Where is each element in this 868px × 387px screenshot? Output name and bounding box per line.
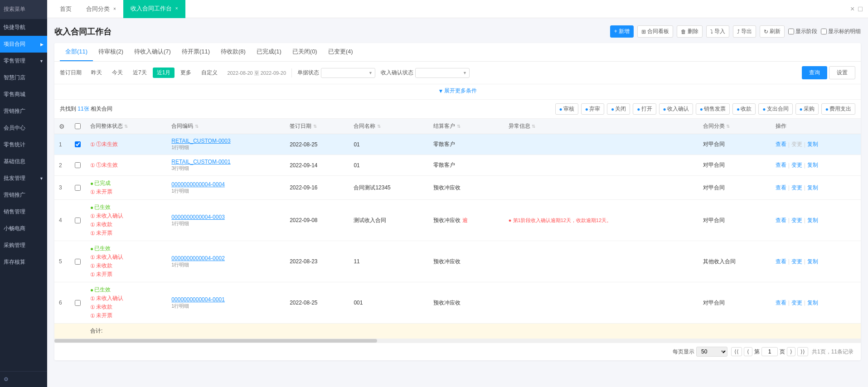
contract-board-button[interactable]: ⊞ 合同看板 bbox=[637, 25, 673, 38]
setting-button[interactable]: 设置 bbox=[829, 66, 855, 79]
code-link-2[interactable]: RETAIL_CUSTOM-0001 bbox=[171, 159, 230, 165]
sidebar-search[interactable]: 搜索菜单 bbox=[0, 0, 47, 19]
sidebar-item-retail-mall[interactable]: 零售商城 bbox=[0, 86, 47, 103]
sidebar-item-sales-mgmt[interactable]: 销售管理 bbox=[0, 203, 47, 220]
sidebar-item-member-center[interactable]: 会员中心 bbox=[0, 120, 47, 136]
abandon-btn[interactable]: ● 弃审 bbox=[581, 103, 604, 115]
tab-contract-category-close[interactable]: × bbox=[113, 6, 116, 11]
sidebar-item-purchase-mgmt[interactable]: 采购管理 bbox=[0, 237, 47, 254]
sidebar-item-smart-store[interactable]: 智慧门店 bbox=[0, 69, 47, 86]
code-link-1[interactable]: RETAIL_CUSTOM-0003 bbox=[171, 138, 230, 144]
sub-tab-changed[interactable]: 已变更(4) bbox=[323, 43, 359, 61]
next-page-btn[interactable]: ⟩ bbox=[787, 347, 795, 356]
audit-btn[interactable]: ● 审核 bbox=[555, 103, 578, 115]
sub-tab-pending-income-confirm[interactable]: 待收入确认(7) bbox=[129, 43, 176, 61]
sub-tab-pending-collection[interactable]: 待收款(8) bbox=[215, 43, 251, 61]
refresh-button[interactable]: ↻ 刷新 bbox=[760, 25, 785, 38]
sidebar-item-xiaochu[interactable]: 小畅电商 bbox=[0, 220, 47, 237]
sidebar-item-retail-stats[interactable]: 零售统计 bbox=[0, 136, 47, 153]
table-gear-icon[interactable]: ⚙ bbox=[59, 123, 65, 130]
close-btn[interactable]: ● 关闭 bbox=[607, 103, 630, 115]
row-checkbox-2[interactable] bbox=[75, 162, 81, 168]
row-checkbox-6[interactable] bbox=[75, 300, 81, 306]
support-contract-btn[interactable]: ● 支出合同 bbox=[758, 103, 792, 115]
sub-tab-all[interactable]: 全部(11) bbox=[60, 43, 93, 61]
row-checkbox-5[interactable] bbox=[75, 259, 81, 265]
sort-customer-icon[interactable]: ⇅ bbox=[457, 124, 461, 129]
page-number-input[interactable] bbox=[761, 347, 778, 356]
row-checkbox-3[interactable] bbox=[75, 185, 81, 191]
new-button[interactable]: + 新增 bbox=[610, 25, 634, 38]
date-btn-more[interactable]: 更多 bbox=[176, 68, 195, 78]
row-checkbox-4[interactable] bbox=[75, 218, 81, 223]
copy-btn-2[interactable]: 复制 bbox=[807, 161, 818, 169]
view-btn-2[interactable]: 查看 bbox=[776, 161, 786, 169]
date-btn-last1month[interactable]: 近1月 bbox=[153, 68, 175, 78]
query-button[interactable]: 查询 bbox=[802, 66, 827, 79]
sort-code-icon[interactable]: ⇅ bbox=[195, 124, 199, 129]
view-btn-6[interactable]: 查看 bbox=[776, 299, 786, 307]
tab-home[interactable]: 首页 bbox=[53, 0, 79, 18]
code-link-4[interactable]: 0000000000004-0003 bbox=[171, 214, 224, 220]
doc-status-select[interactable] bbox=[321, 68, 375, 78]
last-page-btn[interactable]: ⟩⟩ bbox=[797, 347, 808, 356]
open-btn[interactable]: ● 打开 bbox=[633, 103, 656, 115]
date-btn-yesterday[interactable]: 昨天 bbox=[87, 68, 106, 78]
sub-tab-pending-review[interactable]: 待审核(2) bbox=[93, 43, 129, 61]
view-btn-4[interactable]: 查看 bbox=[776, 217, 786, 224]
sidebar-item-project-contract[interactable]: 项目合同 ▶ bbox=[0, 36, 47, 53]
import-button[interactable]: ⤵ 导入 bbox=[706, 25, 729, 38]
window-max-btn[interactable]: □ bbox=[858, 5, 863, 13]
view-btn-5[interactable]: 查看 bbox=[776, 258, 786, 266]
view-btn-1[interactable]: 查看 bbox=[776, 140, 786, 148]
table-scrollbar-thumb[interactable] bbox=[54, 339, 377, 343]
prev-page-btn[interactable]: ⟨ bbox=[744, 347, 752, 356]
copy-btn-1[interactable]: 复制 bbox=[807, 140, 818, 148]
purchase-btn[interactable]: ● 采购 bbox=[795, 103, 819, 115]
sidebar-item-inventory[interactable]: 库存核算 bbox=[0, 254, 47, 271]
copy-btn-6[interactable]: 复制 bbox=[807, 299, 818, 307]
change-btn-1[interactable]: 变更 bbox=[791, 140, 802, 148]
sidebar-item-marketing[interactable]: 营销推广 bbox=[0, 103, 47, 120]
copy-btn-5[interactable]: 复制 bbox=[807, 258, 818, 266]
sub-tab-pending-invoice[interactable]: 待开票(11) bbox=[176, 43, 215, 61]
code-link-5[interactable]: 0000000000004-0002 bbox=[171, 255, 224, 261]
code-link-3[interactable]: 0000000000004-0004 bbox=[171, 181, 224, 188]
window-close-btn[interactable]: × bbox=[850, 5, 854, 13]
tab-contract-category[interactable]: 合同分类 × bbox=[79, 0, 123, 18]
sidebar-quick-nav[interactable]: 快捷导航 bbox=[0, 19, 47, 36]
select-all-checkbox[interactable] bbox=[75, 123, 81, 129]
expand-more-btn[interactable]: ▼ 展开更多条件 bbox=[438, 87, 477, 95]
sub-tab-closed[interactable]: 已关闭(0) bbox=[287, 43, 323, 61]
table-scrollbar[interactable] bbox=[54, 339, 861, 343]
change-btn-2[interactable]: 变更 bbox=[791, 161, 802, 169]
tab-income-workbench[interactable]: 收入合同工作台 × bbox=[123, 0, 185, 18]
change-btn-6[interactable]: 变更 bbox=[791, 299, 802, 307]
sidebar-item-marketing2[interactable]: 营销推广 bbox=[0, 187, 47, 203]
date-btn-today[interactable]: 今天 bbox=[108, 68, 127, 78]
sort-category-icon[interactable]: ⇅ bbox=[726, 124, 730, 129]
expense-out-btn[interactable]: ● 费用支出 bbox=[821, 103, 855, 115]
sidebar-item-basic-info[interactable]: 基础信息 bbox=[0, 153, 47, 170]
income-confirm-btn[interactable]: ● 收入确认 bbox=[659, 103, 693, 115]
show-labels-checkbox[interactable]: 显示标的明细 bbox=[821, 28, 861, 35]
collection-btn[interactable]: ● 收款 bbox=[732, 103, 756, 115]
copy-btn-4[interactable]: 复制 bbox=[807, 217, 818, 224]
row-checkbox-1[interactable] bbox=[75, 141, 81, 147]
date-btn-last7[interactable]: 近7天 bbox=[129, 68, 151, 78]
sidebar-settings[interactable]: ⚙ bbox=[0, 371, 47, 387]
code-link-6[interactable]: 0000000000004-0001 bbox=[171, 296, 224, 303]
sort-date-icon[interactable]: ⇅ bbox=[313, 124, 317, 129]
delete-button[interactable]: 🗑 删除 bbox=[677, 25, 703, 38]
income-confirm-select[interactable] bbox=[415, 68, 470, 78]
date-btn-custom[interactable]: 自定义 bbox=[197, 68, 222, 78]
change-btn-4[interactable]: 变更 bbox=[791, 217, 802, 224]
export-button[interactable]: ⤴ 导出 bbox=[733, 25, 756, 38]
first-page-btn[interactable]: ⟨⟨ bbox=[731, 347, 742, 356]
tab-income-workbench-close[interactable]: × bbox=[175, 6, 178, 11]
sales-invoice-btn[interactable]: ● 销售发票 bbox=[696, 103, 730, 115]
sidebar-item-wholesale-mgmt[interactable]: 批发管理 ▼ bbox=[0, 170, 47, 187]
sort-abnormal-icon[interactable]: ⇅ bbox=[532, 124, 535, 129]
sidebar-item-retail-mgmt[interactable]: 零售管理 ▼ bbox=[0, 53, 47, 69]
view-btn-3[interactable]: 查看 bbox=[776, 184, 786, 192]
